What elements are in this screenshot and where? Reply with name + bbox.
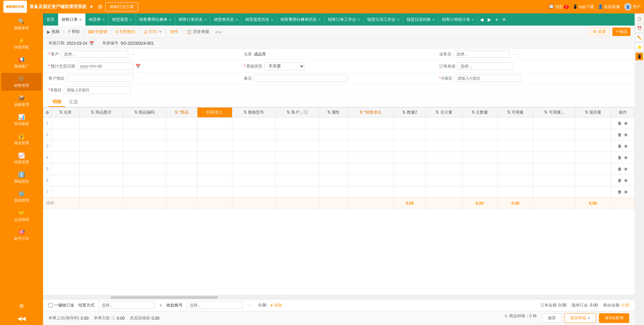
row-6-qty2[interactable] (393, 175, 426, 186)
message-btn[interactable]: 💬 消息 9 (549, 4, 569, 10)
row-7-main-qty[interactable] (462, 186, 497, 198)
help-circle[interactable]: ⓘ (111, 315, 115, 321)
address-input[interactable] (67, 75, 134, 82)
row-1-available2[interactable] (533, 118, 575, 129)
order-source-input[interactable] (457, 63, 514, 70)
toolbar-help[interactable]: ? 帮助 (68, 29, 80, 35)
settlement-dropdown-icon[interactable]: ▼ (159, 303, 162, 307)
row-5-unit[interactable] (347, 163, 393, 175)
row-2-stock[interactable] (575, 129, 611, 140)
save-draft-btn[interactable]: 保存草稿 ▼ (564, 313, 596, 323)
row-7-image[interactable] (80, 186, 123, 198)
row-1-product[interactable] (166, 118, 197, 129)
row-3-attr[interactable] (319, 140, 347, 152)
collection-input[interactable] (187, 301, 243, 309)
tab-slip-history-close[interactable]: ✕ (235, 18, 238, 22)
row-5-warehouse[interactable] (51, 163, 80, 175)
tab-cash-workbench[interactable]: 钱货日清工作台 ✕ (364, 13, 403, 26)
row-5-image[interactable] (80, 163, 123, 175)
b-project-input[interactable] (64, 86, 131, 94)
tab-order-history-close[interactable]: ✕ (204, 18, 207, 22)
tab-slip-history[interactable]: 销货单历史 ✕ (211, 13, 242, 26)
row-7-warehouse[interactable] (51, 186, 80, 198)
scroll-thumb[interactable] (110, 296, 218, 299)
row-7-copy-btn[interactable]: ⊕ (624, 190, 628, 194)
tab-expense-split-close[interactable]: ✕ (169, 18, 172, 22)
row-2-spec[interactable] (232, 129, 275, 140)
tab-sales-slip-close[interactable]: ✕ (102, 18, 105, 22)
row-2-available[interactable] (497, 129, 533, 140)
row-7-attr[interactable] (319, 186, 347, 198)
row-4-customer-code[interactable] (275, 152, 319, 163)
detail-tab-summary[interactable]: 汇总 (65, 97, 82, 107)
row-1-copy-btn[interactable]: ⊕ (624, 121, 628, 126)
row-6-copy-btn[interactable]: ⊕ (624, 178, 628, 183)
tab-sales-stats-close[interactable]: ✕ (471, 18, 474, 22)
tab-sales-return-close[interactable]: ✕ (129, 18, 132, 22)
warehouse-more[interactable]: ··· (269, 52, 273, 56)
tab-menu-btn[interactable]: ≡ (493, 17, 500, 22)
row-3-image[interactable] (80, 140, 123, 152)
row-6-delete-btn[interactable]: 🗑 (618, 178, 622, 183)
row-6-main-unit[interactable] (426, 175, 462, 186)
row-2-product[interactable] (166, 129, 197, 140)
tab-close-all-btn[interactable]: ✕ (500, 17, 508, 22)
tab-expense-history-close[interactable]: ✕ (318, 18, 321, 22)
row-6-main-qty[interactable] (462, 175, 497, 186)
row-5-main-unit[interactable] (426, 163, 462, 175)
row-5-spec[interactable] (232, 163, 275, 175)
settings-tool-btn[interactable]: ⚙ 设置 (589, 28, 609, 36)
toolbar-history[interactable]: 📋 历史单据 (187, 29, 209, 35)
row-6-available[interactable] (497, 175, 533, 186)
row-6-attr[interactable] (319, 175, 347, 186)
tab-next-btn[interactable]: ▶ (486, 17, 493, 22)
print-dropdown[interactable]: ▼ (158, 30, 162, 34)
sidebar-item-system[interactable]: ⚙️ 系统管理 (1, 188, 42, 206)
user-btn[interactable]: 👤 用户 (624, 3, 641, 10)
tab-expense-split[interactable]: 销售费用分摊单 ✕ (136, 13, 175, 26)
sidebar-item-operations[interactable]: 📈 经营管理 (1, 150, 42, 167)
row-4-qty2[interactable] (393, 152, 426, 163)
sidebar-item-guide[interactable]: 🎯 新手引导 (1, 226, 42, 244)
salesperson-more[interactable]: ··· (513, 52, 517, 56)
row-3-available[interactable] (497, 140, 533, 152)
toolbar-operation[interactable]: 操作 (170, 29, 178, 35)
settlement-input[interactable] (99, 301, 155, 309)
row-1-unit[interactable] (347, 118, 393, 129)
address-more[interactable]: ··· (137, 76, 141, 81)
row-4-spec[interactable] (232, 152, 275, 163)
row-2-customer-code[interactable] (275, 129, 319, 140)
row-5-copy-btn[interactable]: ⊕ (624, 167, 628, 171)
row-7-qty2[interactable] (393, 186, 426, 198)
row-4-attr[interactable] (319, 152, 347, 163)
sidebar-item-basic-info[interactable]: ℹ️ 基础信息 (1, 169, 42, 187)
sidebar-item-marketing[interactable]: 📢 营销推广 (1, 54, 42, 72)
row-6-image[interactable] (80, 175, 123, 186)
toolbar-profit[interactable]: ¥ 毛利预估 (116, 29, 136, 35)
row-1-main-unit[interactable] (426, 118, 462, 129)
one-click-checkbox[interactable] (48, 303, 53, 308)
save-draft-dropdown[interactable]: ▼ (587, 316, 591, 320)
row-1-delete-btn[interactable]: 🗑 (618, 121, 622, 126)
col-settings[interactable]: ⚙ (43, 108, 51, 118)
salesperson-input[interactable] (453, 50, 510, 58)
right-tool-pencil[interactable]: ✏️ (635, 34, 643, 42)
row-4-product[interactable] (166, 152, 197, 163)
industry-btn[interactable]: 体验行业方案 (105, 2, 138, 11)
row-1-qty2[interactable] (393, 118, 426, 129)
row-5-product[interactable] (166, 163, 197, 175)
tab-sales-slip[interactable]: 销货单 ✕ (85, 13, 109, 26)
row-6-customer-code[interactable] (275, 175, 319, 186)
tab-sales-order[interactable]: 销售订单 ✕ (58, 13, 85, 26)
row-3-spec[interactable] (232, 140, 275, 152)
tab-return-history[interactable]: 销货退货历史 ✕ (242, 13, 277, 26)
row-1-customer-code[interactable] (275, 118, 319, 129)
row-4-image[interactable] (80, 152, 123, 163)
row-2-main-qty[interactable] (462, 129, 497, 140)
row-2-qty2[interactable] (393, 129, 426, 140)
sidebar-item-collab[interactable]: 🤝 企业协同 (1, 207, 42, 225)
row-7-product[interactable] (166, 186, 197, 198)
calendar-icon[interactable]: 📅 (89, 41, 94, 46)
discard-btn[interactable]: 放弃 (542, 313, 562, 323)
sidebar-item-sales[interactable]: 🛒 销售管理 (1, 73, 42, 91)
